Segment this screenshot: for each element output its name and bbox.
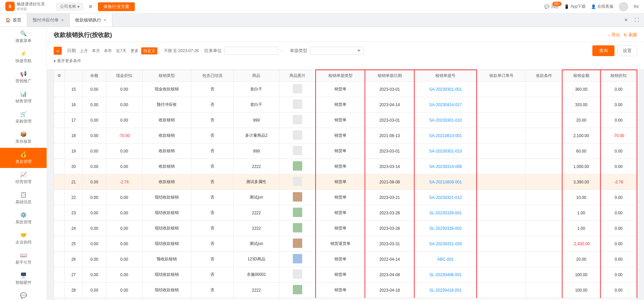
bill-no-link[interactable]: SA-20210808-001: [429, 180, 462, 184]
bill-no-link[interactable]: SA-20230414-017: [429, 102, 462, 107]
cell-verify-bill-no[interactable]: SA-20230301-001: [414, 82, 477, 97]
close-all-icon[interactable]: ✕: [621, 15, 631, 25]
cell-verify-bill-no[interactable]: ABC-001: [414, 252, 477, 267]
sidebar-item-basic-info[interactable]: 📋 基础信息: [0, 188, 47, 208]
cell-verify-discount: 0.00: [600, 190, 637, 205]
cell-balance: 0.00: [83, 190, 106, 205]
table-wrapper[interactable]: ⚙ 余额 现金折扣 核销类型 包含已结清 商品 商品图片 核销单据类型 核销单据…: [47, 70, 644, 300]
voucher-type-label: 单据类型: [290, 48, 307, 54]
cell-verify-bill-no[interactable]: SA-20230414-017: [414, 97, 477, 113]
sidebar-item-purchase[interactable]: 🛒 采购管理: [0, 108, 47, 128]
cell-product-img: [279, 159, 316, 174]
sidebar-item-wechat[interactable]: 💬 企业微信: [0, 289, 47, 300]
settings-icon[interactable]: ⚙: [86, 2, 95, 11]
cell-no: 28: [65, 283, 83, 298]
notification-area[interactable]: 💬 消息 99+: [544, 4, 559, 9]
cell-verify-bill-date: 2023-03-01: [365, 82, 414, 97]
filter-toggle-button[interactable]: »: [54, 47, 62, 55]
cell-product-img: [279, 113, 316, 128]
cell-verify-bill-no[interactable]: SA-20210813-001: [414, 128, 477, 143]
bill-no-link[interactable]: SL-20230408-001: [429, 272, 462, 277]
cell-verify-amount: 360.00: [562, 82, 600, 97]
cell-verify-amount: 100.00: [562, 267, 600, 283]
user-avatar[interactable]: [619, 2, 628, 11]
th-gear[interactable]: ⚙: [54, 70, 65, 82]
cell-verify-bill-no[interactable]: SA-20230314-008: [414, 159, 477, 174]
app-download-link[interactable]: 📱 App下载: [564, 4, 586, 9]
industry-button[interactable]: 体验行业方案: [98, 2, 135, 11]
cell-no: 27: [65, 267, 83, 283]
tab-home[interactable]: 🏠 首页: [0, 13, 27, 27]
date-buttons: 上月 本月 本年 近7天 更多 自定义: [78, 47, 157, 54]
company-selector[interactable]: 公司名称 ▾: [56, 3, 83, 10]
cell-verify-bill-no[interactable]: SL-20230418-001: [414, 283, 477, 298]
bill-no-link[interactable]: SA-20230321-012: [429, 195, 462, 200]
cell-included-settled: 否: [191, 205, 233, 221]
more-date-btn[interactable]: 更多: [129, 47, 140, 54]
cell-verify-bill-no[interactable]: SA-20230301-010: [414, 143, 477, 159]
th-verify-bill-no: 核销单据号: [414, 70, 477, 82]
sidebar-item-inventory[interactable]: 📦 库存核算: [0, 128, 47, 148]
sidebar-item-newbie[interactable]: 📖 新手引导: [0, 249, 47, 269]
this-month-btn[interactable]: 本月: [91, 47, 101, 54]
sidebar-item-system[interactable]: ⚙️ 系统管理: [0, 208, 47, 228]
refresh-button[interactable]: ↻ 刷新: [624, 32, 637, 38]
bill-no-link[interactable]: SL-20230418-001: [429, 288, 462, 293]
cell-product-img: [279, 205, 316, 221]
app-download-label: App下载: [571, 4, 586, 9]
cell-product: 测试多属性: [233, 174, 279, 190]
export-button[interactable]: ↑ 导出: [608, 32, 621, 38]
online-service-link[interactable]: 👤 在线客服: [591, 4, 613, 9]
tab-prepay[interactable]: 预付冲应付单 ✕: [27, 13, 70, 27]
cell-verify-bill-type: 销货退货单: [316, 236, 365, 252]
cell-verify-bill-no[interactable]: SL-20230408-001: [414, 267, 477, 283]
cell-verify-bill-date: 2021-08-13: [365, 128, 414, 143]
cell-verify-type: 现结收款核销: [142, 267, 191, 283]
bill-no-link[interactable]: SL-20230328-001: [429, 211, 462, 215]
sidebar-item-sales[interactable]: 📊 销售管理: [0, 87, 47, 108]
custom-date-btn[interactable]: 自定义: [141, 47, 157, 54]
bill-no-link[interactable]: SA-20230301-010: [429, 118, 462, 123]
sidebar-item-marketing[interactable]: 📢 营销推广: [0, 67, 47, 87]
last-month-btn[interactable]: 上月: [78, 47, 89, 54]
basic-info-icon: 📋: [20, 191, 27, 198]
bill-no-link[interactable]: SA-20230331-026: [429, 242, 462, 246]
tab-verify[interactable]: 收款核销执行 ✕: [70, 13, 112, 27]
sidebar-item-management[interactable]: 📈 经营管理: [0, 168, 47, 188]
expand-window-icon[interactable]: ⛶: [632, 15, 641, 25]
sidebar-item-enterprise[interactable]: 🤝 企业协同: [0, 228, 47, 249]
sidebar-management-label: 经营管理: [15, 179, 32, 185]
cell-verify-bill-no[interactable]: SL-20230328-002: [414, 221, 477, 236]
tab-verify-close[interactable]: ✕: [103, 18, 107, 23]
query-button[interactable]: 查询: [592, 45, 614, 56]
cell-receipt-order-no: [477, 97, 526, 113]
th-verify-bill-type: 核销单据类型: [316, 70, 365, 82]
cell-verify-bill-no[interactable]: SA-20230321-012: [414, 190, 477, 205]
tab-prepay-close[interactable]: ✕: [61, 18, 64, 23]
settings-button[interactable]: 设置: [617, 45, 637, 56]
cell-verify-bill-no[interactable]: SL-20230328-001: [414, 205, 477, 221]
sidebar-item-search[interactable]: 🔍 搜索菜单: [0, 27, 47, 47]
bill-no-link[interactable]: SA-20210813-001: [429, 133, 462, 138]
cell-verify-bill-no[interactable]: SA-20230331-026: [414, 236, 477, 252]
cell-included-settled: 否: [191, 159, 233, 174]
table-row: 18 0.00 -70.00 收款核销 否 多计量商品2 销货单 2021-08…: [54, 128, 637, 143]
cell-balance: 0.00: [83, 221, 106, 236]
cell-verify-bill-date: 2023-04-14: [365, 97, 414, 113]
last-7days-btn[interactable]: 近7天: [115, 47, 128, 54]
sidebar-item-quick-nav[interactable]: ⚡ 快捷导航: [0, 47, 47, 67]
sidebar-item-finance[interactable]: 💰 资金管理: [0, 148, 47, 168]
table-row: 23 0.00 0.00 现结收款核销 否 2222 销货单 2023-03-2…: [54, 205, 637, 221]
sidebar-item-hardware[interactable]: 🖥️ 智能硬件: [0, 269, 47, 289]
bill-no-link[interactable]: ABC-001: [437, 257, 454, 262]
bill-no-link[interactable]: SA-20230301-010: [429, 149, 462, 154]
bill-no-link[interactable]: SA-20230314-008: [429, 164, 462, 169]
bill-no-link[interactable]: SA-20230301-001: [429, 87, 462, 92]
counterpart-input[interactable]: [224, 47, 278, 55]
expand-more-conditions[interactable]: ▾ 展开更多条件: [54, 56, 637, 66]
bill-no-link[interactable]: SL-20230328-002: [429, 226, 462, 231]
cell-verify-bill-no[interactable]: SA-20210808-001: [414, 174, 477, 190]
this-year-btn[interactable]: 本年: [103, 47, 113, 54]
cell-verify-bill-no[interactable]: SA-20230301-010: [414, 113, 477, 128]
voucher-type-select[interactable]: [310, 47, 364, 55]
